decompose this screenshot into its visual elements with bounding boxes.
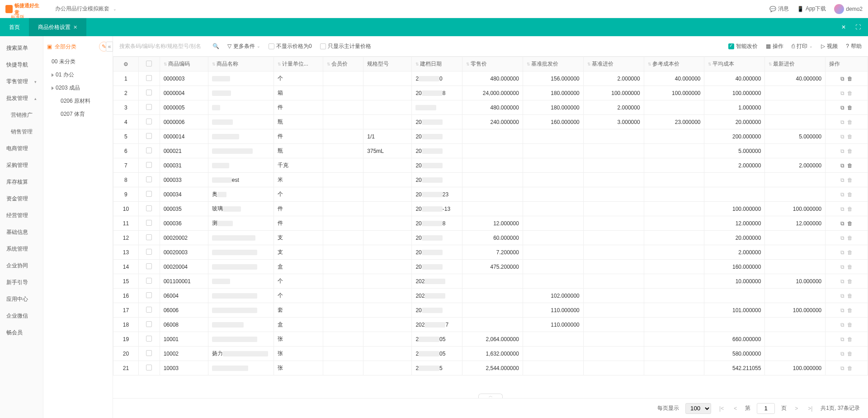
delete-icon[interactable]: 🗑: [847, 220, 853, 227]
row-checkbox[interactable]: [146, 350, 152, 356]
nav-item[interactable]: 搜索菜单: [0, 40, 43, 57]
row-checkbox[interactable]: [146, 133, 152, 139]
delete-icon[interactable]: 🗑: [847, 177, 853, 183]
delete-icon[interactable]: 🗑: [847, 365, 853, 371]
row-checkbox[interactable]: [146, 365, 152, 370]
copy-icon[interactable]: ⧉: [840, 119, 844, 125]
col-refcost[interactable]: ⇅参考成本价: [644, 57, 704, 71]
table-row[interactable]: 1910001张2052,064.000000660.000000⧉🗑: [113, 332, 868, 347]
page-size-select[interactable]: 100: [685, 403, 711, 414]
row-checkbox[interactable]: [146, 307, 152, 313]
user-menu[interactable]: demo2: [834, 4, 863, 14]
delete-icon[interactable]: 🗑: [847, 119, 853, 125]
next-page-button[interactable]: >: [793, 405, 800, 412]
nav-item[interactable]: 系统管理: [0, 241, 43, 257]
nav-subitem[interactable]: 销售管理: [0, 124, 43, 140]
copy-icon[interactable]: ⧉: [840, 351, 844, 357]
table-row[interactable]: 7000031千克202.0000002.000000⧉🗑: [113, 158, 868, 173]
category-node[interactable]: 0203 成品: [50, 81, 109, 95]
copy-icon[interactable]: ⧉: [840, 76, 844, 82]
tab-price-settings[interactable]: 商品价格设置 ✕: [29, 18, 86, 36]
search-icon[interactable]: 🔍: [212, 43, 219, 49]
nav-item[interactable]: 企业协同: [0, 257, 43, 274]
table-row[interactable]: 1806008盒2027110.000000⧉🗑: [113, 318, 868, 332]
table-row[interactable]: 50000014件1/120200.0000005.000000⧉🗑: [113, 129, 868, 144]
col-code[interactable]: ⇅商品编码: [160, 57, 208, 71]
col-avgcost[interactable]: ⇅平均成本: [704, 57, 765, 71]
nav-item[interactable]: 新手引导: [0, 274, 43, 291]
nav-item[interactable]: 零售管理▾: [0, 73, 43, 90]
delete-icon[interactable]: 🗑: [847, 76, 853, 82]
row-checkbox[interactable]: [146, 119, 152, 124]
smart-price-button[interactable]: 智能改价: [728, 43, 758, 50]
more-filters-button[interactable]: ▽ 更多条件 ⌄: [227, 43, 260, 50]
copy-icon[interactable]: ⧉: [840, 235, 844, 241]
delete-icon[interactable]: 🗑: [847, 307, 853, 314]
delete-icon[interactable]: 🗑: [847, 322, 853, 328]
fullscreen-button[interactable]: ⛶: [852, 21, 864, 33]
copy-icon[interactable]: ⧉: [840, 264, 844, 270]
delete-icon[interactable]: 🗑: [847, 278, 853, 285]
row-checkbox[interactable]: [146, 90, 152, 95]
row-checkbox[interactable]: [146, 162, 152, 168]
col-op[interactable]: 操作: [826, 57, 868, 71]
row-checkbox[interactable]: [146, 278, 152, 284]
row-checkbox[interactable]: [146, 292, 152, 298]
table-row[interactable]: 1400020004盒20475.200000160.000000⧉🗑: [113, 260, 868, 274]
data-table-wrap[interactable]: ⚙⇅商品编码⇅商品名称⇅计量单位...⇅会员价规格型号⇅建档日期⇅零售价⇅基准批…: [113, 56, 868, 398]
table-row[interactable]: 1606004个202102.000000⧉🗑: [113, 289, 868, 303]
row-checkbox[interactable]: [146, 191, 152, 197]
delete-icon[interactable]: 🗑: [847, 148, 853, 154]
hide-zero-checkbox[interactable]: 不显示价格为0: [269, 43, 312, 50]
col-idx[interactable]: ⚙: [113, 57, 139, 71]
col-spec[interactable]: 规格型号: [363, 57, 412, 71]
video-button[interactable]: ▷ 视频: [821, 43, 838, 50]
collapse-panel-button[interactable]: «: [106, 42, 113, 52]
tab-close-all-button[interactable]: ✕: [837, 21, 850, 33]
copy-icon[interactable]: ⧉: [840, 293, 844, 299]
table-row[interactable]: 9000034奥个2023⧉🗑: [113, 187, 868, 202]
table-row[interactable]: 40000006瓶20240.000000160.0000003.0000002…: [113, 115, 868, 129]
last-page-button[interactable]: >|: [806, 405, 814, 412]
table-row[interactable]: 10000003个20480.000000156.0000002.0000004…: [113, 71, 868, 86]
copy-icon[interactable]: ⧉: [840, 206, 844, 212]
row-checkbox[interactable]: [146, 234, 152, 240]
copy-icon[interactable]: ⧉: [840, 133, 844, 140]
nav-item[interactable]: 批发管理▴: [0, 90, 43, 107]
col-date[interactable]: ⇅建档日期: [412, 57, 462, 71]
col-member[interactable]: ⇅会员价: [323, 57, 363, 71]
copy-icon[interactable]: ⧉: [840, 90, 844, 96]
copy-icon[interactable]: ⧉: [840, 307, 844, 314]
nav-item[interactable]: 应用中心: [0, 291, 43, 308]
copy-icon[interactable]: ⧉: [840, 104, 844, 111]
delete-icon[interactable]: 🗑: [847, 293, 853, 299]
expand-handle[interactable]: ︿: [478, 394, 503, 398]
help-button[interactable]: ? 帮助: [846, 43, 862, 50]
select-all-checkbox[interactable]: [146, 61, 152, 66]
col-chk[interactable]: [138, 57, 160, 71]
delete-icon[interactable]: 🗑: [847, 90, 853, 96]
table-row[interactable]: 10000035玻璃件20-13100.000000100.000000⧉🗑: [113, 202, 868, 216]
nav-item[interactable]: 经营管理: [0, 207, 43, 224]
copy-icon[interactable]: ⧉: [840, 162, 844, 169]
delete-icon[interactable]: 🗑: [847, 162, 853, 169]
row-checkbox[interactable]: [146, 336, 152, 342]
copy-icon[interactable]: ⧉: [840, 220, 844, 227]
close-icon[interactable]: ✕: [73, 24, 77, 30]
table-row[interactable]: 20000004箱20824,000.000000180.000000100.0…: [113, 86, 868, 100]
category-node[interactable]: 00 未分类: [50, 55, 109, 68]
table-row[interactable]: 8000033est米20⧉🗑: [113, 173, 868, 187]
copy-icon[interactable]: ⧉: [840, 278, 844, 285]
only-main-unit-checkbox[interactable]: 只显示主计量价格: [320, 43, 371, 50]
col-latest[interactable]: ⇅最新进价: [765, 57, 826, 71]
col-retail[interactable]: ⇅零售价: [462, 57, 523, 71]
table-row[interactable]: 1706006套20110.000000101.000000100.000000…: [113, 303, 868, 318]
prev-page-button[interactable]: <: [732, 405, 739, 412]
delete-icon[interactable]: 🗑: [847, 235, 853, 241]
tab-home[interactable]: 首页: [0, 18, 29, 36]
copy-icon[interactable]: ⧉: [840, 177, 844, 183]
row-checkbox[interactable]: [146, 249, 152, 255]
category-node[interactable]: 0206 原材料: [50, 95, 109, 108]
table-row[interactable]: 6000021瓶375mL205.000000⧉🗑: [113, 144, 868, 158]
category-node[interactable]: 01 办公: [50, 68, 109, 81]
